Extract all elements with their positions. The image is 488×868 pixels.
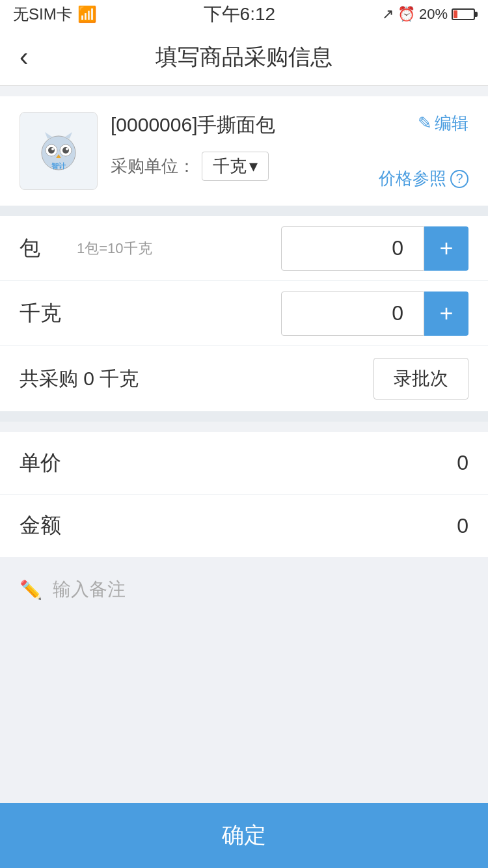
battery-icon [452,8,475,20]
summary-text: 共采购 0 千克 [20,366,139,392]
bottom-area [0,622,488,817]
batch-button[interactable]: 录批次 [373,358,468,400]
kg-input-wrap: + [281,292,468,336]
product-image: 智计 [20,112,98,190]
pencil-icon: ✏️ [20,579,42,601]
unit-label: 采购单位： [111,155,195,178]
battery-percent: 20% [419,6,448,23]
bao-sublabel: 1包=10千克 [77,239,281,258]
svg-point-3 [48,147,55,154]
svg-point-6 [66,148,68,150]
divider-1 [0,206,488,216]
svg-text:智计: 智计 [51,162,66,170]
wifi-icon: 📶 [77,5,97,23]
input-section: 包 1包=10千克 + 千克 + [0,216,488,346]
page-title: 填写商品采购信息 [156,42,332,72]
status-left: 无SIM卡 📶 [13,4,97,25]
back-button[interactable]: ‹ [20,42,59,72]
product-card: 智计 [0000006]手撕面包 采购单位： 千克 ▾ ✎ 编辑 价格参照 ? [0,96,488,206]
edit-icon: ✎ [418,113,432,133]
divider-2 [0,411,488,422]
info-icon: ? [450,170,468,188]
svg-point-4 [62,147,69,154]
unit-select[interactable]: 千克 ▾ [202,152,269,181]
amount-value: 0 [457,514,468,538]
edit-button[interactable]: ✎ 编辑 [418,112,468,135]
amount-label: 金额 [20,511,61,540]
kg-input[interactable] [281,292,424,336]
unit-price-label: 单价 [20,449,61,478]
price-ref-button[interactable]: 价格参照 ? [379,167,468,190]
status-time: 下午6:12 [204,2,276,27]
bao-input[interactable] [281,226,424,271]
kg-row: 千克 + [0,281,488,346]
unit-price-row: 单价 0 [0,432,488,495]
notes-section[interactable]: ✏️ 输入备注 [0,557,488,622]
svg-point-5 [51,148,54,150]
bao-input-wrap: + [281,226,468,271]
carrier-label: 无SIM卡 [13,4,72,25]
price-section: 单价 0 金额 0 [0,432,488,557]
summary-row: 共采购 0 千克 录批次 [0,346,488,411]
kg-label: 千克 [20,299,72,328]
amount-row: 金额 0 [0,495,488,557]
alarm-icon: ⏰ [398,6,415,23]
product-name: [0000006]手撕面包 [111,112,468,139]
bao-row: 包 1包=10千克 + [0,216,488,281]
status-right: ↗ ⏰ 20% [382,6,475,23]
dropdown-icon: ▾ [249,156,258,176]
unit-price-value: 0 [457,451,468,475]
bao-plus-button[interactable]: + [424,226,468,271]
confirm-button[interactable]: 确定 [0,803,488,868]
location-icon: ↗ [382,6,394,23]
nav-bar: ‹ 填写商品采购信息 [0,29,488,86]
notes-placeholder: 输入备注 [53,577,126,602]
status-bar: 无SIM卡 📶 下午6:12 ↗ ⏰ 20% [0,0,488,29]
bao-label: 包 [20,234,72,263]
product-logo: 智计 [33,125,85,177]
kg-plus-button[interactable]: + [424,292,468,336]
